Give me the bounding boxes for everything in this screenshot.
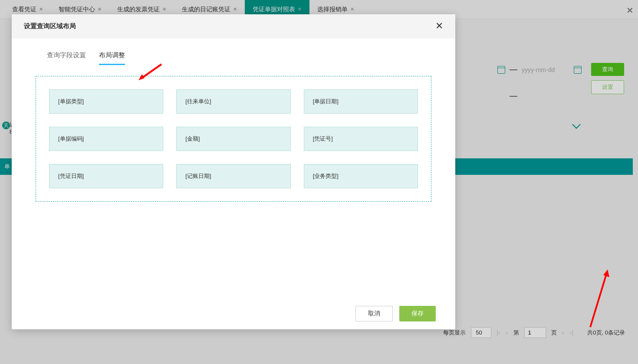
layout-grid: [单据类型] [往来单位] [单据日期] [单据编码] [金额] [凭证号] [… (36, 76, 431, 202)
tab-layout-adjust[interactable]: 布局调整 (99, 51, 125, 65)
tab-query-fields[interactable]: 查询字段设置 (47, 51, 86, 65)
field-booking-date[interactable]: [记账日期] (176, 164, 290, 188)
modal-header: 设置查询区域布局 ✕ (12, 14, 455, 38)
layout-settings-modal: 设置查询区域布局 ✕ 查询字段设置 布局调整 [单据类型] [往来单位] [单据… (12, 14, 455, 329)
save-button[interactable]: 保存 (399, 306, 436, 321)
field-business-type[interactable]: [业务类型] (304, 164, 418, 188)
field-voucher-date[interactable]: [凭证日期] (49, 164, 163, 188)
field-doc-date[interactable]: [单据日期] (304, 89, 418, 114)
modal-footer: 取消 保存 (12, 298, 455, 329)
field-doc-type[interactable]: [单据类型] (49, 89, 163, 114)
field-voucher-no[interactable]: [凭证号] (304, 127, 418, 151)
modal-tabs: 查询字段设置 布局调整 (47, 51, 431, 65)
modal-title: 设置查询区域布局 (24, 22, 76, 30)
modal-close-icon[interactable]: ✕ (435, 21, 443, 31)
field-amount[interactable]: [金额] (176, 127, 290, 151)
cancel-button[interactable]: 取消 (355, 306, 393, 321)
field-doc-code[interactable]: [单据编码] (49, 127, 163, 151)
field-partner[interactable]: [往来单位] (176, 89, 290, 114)
